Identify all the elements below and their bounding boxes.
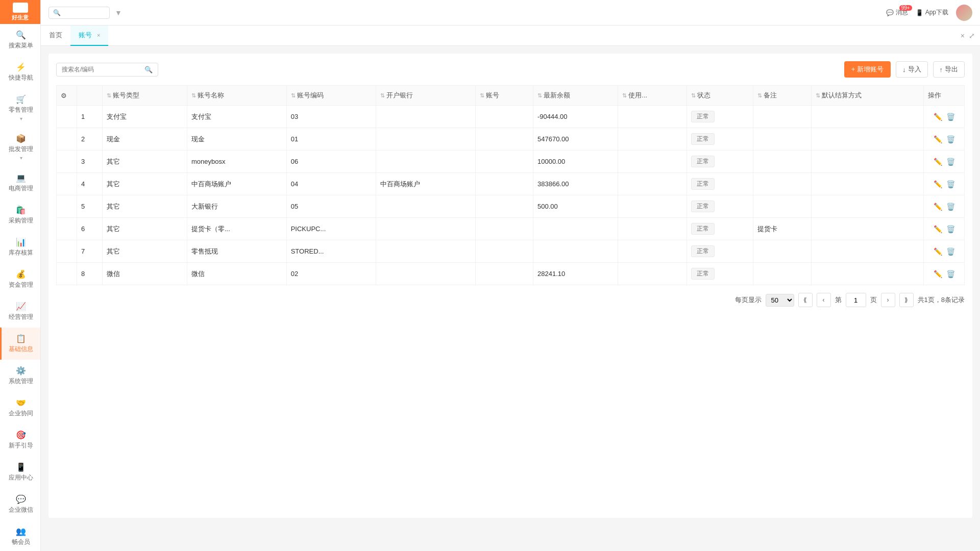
row-settings — [57, 128, 77, 151]
per-page-select[interactable]: 50 20 100 — [766, 294, 794, 307]
row-actions: ✏️ 🗑️ — [924, 173, 965, 195]
sidebar-item-enterprise[interactable]: 🤝 企业协同 — [0, 392, 40, 424]
sidebar-item-wechat[interactable]: 💬 企业微信 — [0, 488, 40, 520]
sidebar-item-quick-nav[interactable]: ⚡ 快捷导航 — [0, 56, 40, 88]
row-status: 正常 — [687, 106, 753, 128]
import-button[interactable]: ↓ 导入 — [896, 61, 928, 78]
edit-icon[interactable]: ✏️ — [934, 158, 942, 166]
sidebar-item-label: 企业微信 — [9, 506, 33, 514]
app-download-button[interactable]: 📱 App下载 — [916, 8, 948, 17]
sidebar-item-purchase[interactable]: 🛍️ 采购管理 — [0, 199, 40, 231]
table-row: 2 现金 现金 01 547670.00 正常 ✏️ 🗑️ — [57, 128, 965, 151]
dropdown-icon[interactable]: ▼ — [115, 9, 122, 17]
sidebar-item-operation[interactable]: 📈 经营管理 — [0, 295, 40, 328]
row-account-name: 大新银行 — [187, 195, 286, 218]
next-page-btn[interactable]: › — [881, 293, 895, 307]
col-bank[interactable]: 开户银行 — [376, 86, 476, 106]
col-account-code[interactable]: 账号编码 — [286, 86, 376, 106]
delete-icon[interactable]: 🗑️ — [946, 270, 955, 278]
row-settlement — [812, 240, 924, 263]
row-account-type: 现金 — [102, 128, 187, 151]
col-balance[interactable]: 最新余额 — [533, 86, 618, 106]
delete-icon[interactable]: 🗑️ — [946, 158, 955, 166]
capital-icon: 💰 — [16, 269, 26, 279]
tab-home[interactable]: 首页 — [41, 26, 70, 46]
edit-icon[interactable]: ✏️ — [934, 180, 942, 188]
row-actions: ✏️ 🗑️ — [924, 106, 965, 128]
col-settings[interactable]: ⚙ — [57, 86, 77, 106]
member-icon: 👥 — [16, 527, 26, 536]
col-account-name[interactable]: 账号名称 — [187, 86, 286, 106]
notification-button[interactable]: 💬 消息 99+ — [886, 8, 908, 17]
delete-icon[interactable]: 🗑️ — [946, 113, 955, 121]
row-settings — [57, 106, 77, 128]
toolbar-right: + 新增账号 ↓ 导入 ↑ 导出 — [844, 61, 965, 78]
col-account-type[interactable]: 账号类型 — [102, 86, 187, 106]
user-avatar[interactable] — [956, 5, 972, 21]
content-card: 🔍 + 新增账号 ↓ 导入 ↑ 导出 — [48, 54, 972, 518]
sidebar-item-capital[interactable]: 💰 资金管理 — [0, 263, 40, 295]
main-content: 🔍 ▼ 💬 消息 99+ 📱 App下载 首页 账号 × × — [41, 0, 980, 551]
row-actions: ✏️ 🗑️ — [924, 240, 965, 263]
edit-icon[interactable]: ✏️ — [934, 135, 942, 143]
row-index: 2 — [77, 128, 103, 151]
row-notes — [753, 151, 812, 173]
last-page-btn[interactable]: ⟫ — [899, 293, 914, 307]
sidebar-item-member[interactable]: 👥 畅会员 — [0, 520, 40, 551]
col-status[interactable]: 状态 — [687, 86, 753, 106]
add-account-button[interactable]: + 新增账号 — [844, 61, 891, 78]
edit-icon[interactable]: ✏️ — [934, 203, 942, 211]
row-status: 正常 — [687, 195, 753, 218]
row-account-name: 微信 — [187, 263, 286, 285]
row-usage — [618, 240, 687, 263]
row-account-name: moneybosx — [187, 151, 286, 173]
tab-close-icon[interactable]: × — [97, 32, 100, 38]
window-close-icon[interactable]: × — [961, 32, 965, 40]
delete-icon[interactable]: 🗑️ — [946, 180, 955, 188]
first-page-btn[interactable]: ⟪ — [798, 293, 813, 307]
table-row: 4 其它 中百商场账户 04 中百商场账户 383866.00 正常 ✏️ 🗑️ — [57, 173, 965, 195]
col-notes[interactable]: 备注 — [753, 86, 812, 106]
sidebar-item-ecommerce[interactable]: 💻 电商管理 — [0, 167, 40, 199]
export-button[interactable]: ↑ 导出 — [933, 61, 965, 78]
sidebar-item-inventory[interactable]: 📊 库存核算 — [0, 231, 40, 263]
col-usage[interactable]: 使用... — [618, 86, 687, 106]
edit-icon[interactable]: ✏️ — [934, 113, 942, 121]
delete-icon[interactable]: 🗑️ — [946, 135, 955, 143]
edit-icon[interactable]: ✏️ — [934, 270, 942, 278]
app-logo: 好生意 — [0, 0, 40, 24]
edit-icon[interactable]: ✏️ — [934, 225, 942, 233]
sidebar-item-retail[interactable]: 🛒 零售管理 ▾ — [0, 88, 40, 128]
col-settlement[interactable]: 默认结算方式 — [812, 86, 924, 106]
system-icon: ⚙️ — [16, 366, 26, 375]
sidebar-item-search-menu[interactable]: 🔍 搜索菜单 — [0, 24, 40, 56]
top-search-box[interactable]: 🔍 — [48, 7, 110, 19]
sidebar-item-basic-info[interactable]: 📋 基础信息 — [0, 328, 40, 360]
page-label: 第 — [835, 295, 842, 305]
sidebar-item-wholesale[interactable]: 📦 批发管理 ▾ — [0, 128, 40, 167]
search-box[interactable]: 🔍 — [56, 63, 158, 77]
row-status: 正常 — [687, 128, 753, 151]
row-settlement — [812, 151, 924, 173]
sidebar-item-system[interactable]: ⚙️ 系统管理 — [0, 360, 40, 392]
search-btn-icon[interactable]: 🔍 — [144, 66, 153, 73]
delete-icon[interactable]: 🗑️ — [946, 225, 955, 233]
wholesale-icon: 📦 — [16, 134, 26, 143]
page-input[interactable] — [846, 293, 866, 307]
tab-account[interactable]: 账号 × — [70, 26, 108, 46]
per-page-label: 每页显示 — [735, 295, 762, 305]
delete-icon[interactable]: 🗑️ — [946, 203, 955, 211]
maximize-icon[interactable]: ⤢ — [969, 32, 975, 40]
delete-icon[interactable]: 🗑️ — [946, 247, 955, 256]
tab-actions: × ⤢ — [955, 32, 980, 40]
row-notes — [753, 195, 812, 218]
col-index — [77, 86, 103, 106]
prev-page-btn[interactable]: ‹ — [817, 293, 831, 307]
edit-icon[interactable]: ✏️ — [934, 247, 942, 256]
col-account-no[interactable]: 账号 — [476, 86, 533, 106]
search-input[interactable] — [62, 66, 141, 73]
sidebar-item-appcenter[interactable]: 📱 应用中心 — [0, 456, 40, 488]
row-account-code: 01 — [286, 128, 376, 151]
row-settlement — [812, 106, 924, 128]
sidebar-item-guide[interactable]: 🎯 新手引导 — [0, 424, 40, 456]
